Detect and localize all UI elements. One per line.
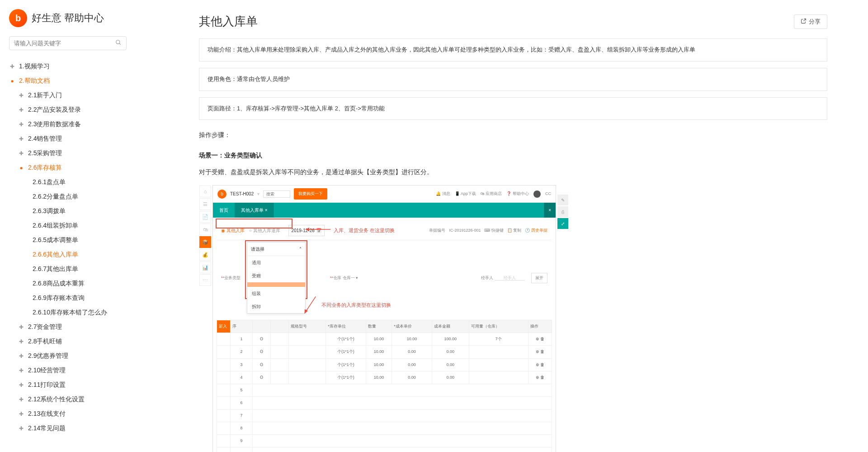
nav-item-docs[interactable]: ●2.帮助文档 [9,74,127,88]
mock-tabs: 首页 其他入库单 × × [213,203,556,218]
nav-label: 2.6.10库存账本错了怎么办 [33,309,107,317]
share-label: 分享 [809,18,821,26]
nav-label: 2.11打印设置 [28,381,66,389]
embedded-screenshot: ⌂ ☰ 📄 🛍 📦 💰 📊 ⋯ ✎ ⎙ ⤢ b TEST-H002 [212,185,556,452]
search-icon[interactable] [115,39,122,47]
nav-item-2-6-7[interactable]: 2.6.7其他出库单 [9,262,127,276]
path-box: 页面路径：1、库存核算->库存管理->其他入库单 2、首页->常用功能 [199,97,827,120]
th: 序 [231,320,253,333]
table-row: 1ʘ个(1*1个)10.0010.00100.007个⊕ 🗑 [217,333,552,346]
nav-item-2-8[interactable]: ✚2.8手机旺铺 [9,334,127,349]
logo[interactable]: b 好生意 帮助中心 [9,9,127,27]
mock-table: 新入 序 规格型号 *库存单位 数量 *成本单价 成本金额 可用量（仓库） 操作 [217,320,552,452]
mock-home-icon: ⌂ [199,186,211,197]
mock-search [263,190,290,198]
nav-item-2-6-6[interactable]: 2.6.6其他入库单 [9,247,127,262]
nav-item-2-4[interactable]: ✚2.4销售管理 [9,132,127,146]
nav-label: 2.4销售管理 [28,135,62,143]
anno-text-2: 不同业务的入库类型在这里切换 [321,300,391,310]
search-box[interactable] [9,36,127,50]
wh-label: *仓库 [332,276,342,280]
handler-label: 经手人 [481,276,493,280]
nav-item-2-6-4[interactable]: 2.6.4组装拆卸单 [9,219,127,233]
nav-label: 2.10经营管理 [28,366,66,375]
nav-item-2-13[interactable]: ✚2.13在线支付 [9,407,127,421]
dd-item: 拆卸 [247,300,305,313]
plus-icon: ✚ [18,92,24,99]
nav-item-2-6-10[interactable]: 2.6.10库存账本错了怎么办 [9,305,127,320]
nav-item-2-10[interactable]: ✚2.10经营管理 [9,363,127,378]
nav-item-2-6-3[interactable]: 2.6.3调拨单 [9,204,127,219]
nav-item-2-14[interactable]: ✚2.14常见问题 [9,421,127,436]
mock-msg: 🔔 消息 [436,190,450,198]
th [253,320,271,333]
nav-item-video[interactable]: ✚1.视频学习 [9,59,127,74]
nav-label: 2.2产品安装及登录 [28,106,81,114]
nav-item-2-1[interactable]: ✚2.1新手入门 [9,88,127,103]
table-row: 6 [217,396,552,409]
table-row: 3ʘ个(1*1个)10.000.000.00⊕ 🗑 [217,358,552,371]
nav-item-2-6-2[interactable]: 2.6.2分量盘点单 [9,190,127,204]
mock-ricon: ⤢ [557,218,568,229]
dd-item: 通用 [247,256,305,269]
nav-label: 2.6.2分量盘点单 [33,193,78,201]
plus-icon: ✚ [18,150,24,157]
nav-tree: ✚1.视频学习 ●2.帮助文档 ✚2.1新手入门 ✚2.2产品安装及登录 ✚2.… [9,59,127,436]
share-button[interactable]: 分享 [794,14,827,29]
mock-hist: 🕐 历史单据 [525,227,547,234]
path-label: 页面路径： [208,105,237,112]
mock-icon-active: 📦 [199,236,211,248]
svg-line-4 [300,297,321,314]
biztype-label: *业务类型 [223,276,241,280]
plus-icon: ✚ [18,411,24,417]
mock-store: 🛍 应用商店 [481,190,502,198]
nav-item-2-3[interactable]: ✚2.3使用前数据准备 [9,117,127,132]
intro-label: 功能介绍： [208,46,237,53]
plus-icon: ✚ [18,338,24,345]
nav-item-2-6-9[interactable]: 2.6.9库存账本查询 [9,291,127,305]
nav-item-2-9[interactable]: ✚2.9优惠券管理 [9,349,127,363]
page-title: 其他入库单 [199,14,258,29]
mock-avatar [533,190,541,198]
plus-icon: ✚ [18,396,24,403]
arrow-icon [306,227,333,232]
nav-item-2-5[interactable]: ✚2.5采购管理 [9,146,127,161]
content-section: 操作步骤： 场景一：业务类型确认 对于受赠、盘盈或是拆装入库等不同的业务，是通过… [199,129,827,452]
nav-item-2-6[interactable]: ●2.6库存核算 [9,161,127,175]
mock-right-icons: ✎ ⎙ ⤢ [557,195,568,229]
nav-label: 2.14常见问题 [28,424,66,433]
intro-box: 功能介绍：其他入库单用来处理除采购入库、产成品入库之外的其他入库业务，因此其他入… [199,38,827,62]
scene1-title: 场景一：业务类型确认 [199,149,827,162]
nav-item-2-11[interactable]: ✚2.11打印设置 [9,378,127,392]
table-row: 2ʘ个(1*1个)10.000.000.00⊕ 🗑 [217,346,552,358]
table-row: 7 [217,409,552,422]
mock-icon: 📊 [199,262,211,273]
nav-item-2-6-8[interactable]: 2.6.8商品成本重算 [9,276,127,291]
mock-copy: 📋 复制 [507,227,522,234]
nav-item-2-6-5[interactable]: 2.6.5成本调整单 [9,233,127,247]
nav-item-2-7[interactable]: ✚2.7资金管理 [9,320,127,334]
plus-icon: ✚ [18,425,24,432]
th-add: 新入 [217,320,231,333]
th: *成本单价 [392,320,432,333]
dd-item: 组装 [247,287,305,300]
mock-buy-btn: 我要购买一下 [294,188,327,200]
dd-item: 受赠 [247,269,305,282]
mock-tab-close: × [544,203,556,218]
th: 操作 [528,320,552,333]
plus-icon: ✚ [9,63,15,70]
nav-item-2-6-1[interactable]: 2.6.1盘点单 [9,175,127,190]
nav-item-2-12[interactable]: ✚2.12系统个性化设置 [9,392,127,407]
search-input[interactable] [14,40,115,47]
svg-line-1 [119,43,121,45]
mock-company: TEST-H002 [230,190,254,198]
nav-label: 2.6库存核算 [28,164,62,172]
nav-item-2-2[interactable]: ✚2.2产品安装及登录 [9,103,127,117]
mock-help: ❓ 帮助中心 [506,190,529,198]
nav-label: 2.13在线支付 [28,410,66,418]
nav-label: 1.视频学习 [19,62,50,71]
table-row: 9 [217,435,552,447]
mock-icon: ⋯ [199,274,211,286]
anno-redbox-1 [216,219,292,228]
nav-label: 2.5采购管理 [28,149,62,157]
